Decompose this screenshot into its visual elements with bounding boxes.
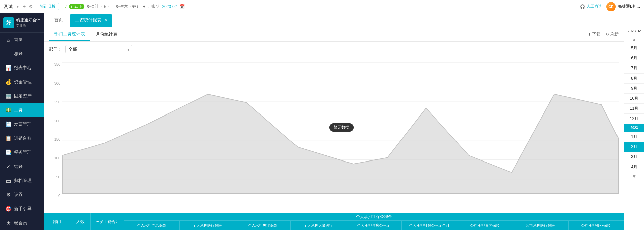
sidebar-label-invoice: 发票管理 [14,121,32,127]
chart-svg-wrapper: 暂无数据 [62,62,619,198]
tab-home[interactable]: 首页 [49,14,68,27]
y-axis: 350 300 250 200 150 100 50 0 [49,62,62,198]
ledger-icon: ≡ [5,51,11,57]
sidebar-item-fixed-assets[interactable]: 🏢 固定资产 [0,89,44,103]
filter-label: 部门： [49,46,62,52]
sidebar-item-tax[interactable]: 📑 税务管理 [0,145,44,159]
sub-col-0: 个人承担养老保险 [124,221,180,230]
sidebar-label-payroll: 工资 [14,107,23,113]
y-label-100: 100 [54,156,60,160]
date-month-2[interactable]: 2月 [624,142,644,152]
header-right: 🎧 人工咨询 CE 畅捷通B担... [580,2,640,11]
table-col-total-salary: 应发工资合计 [91,213,124,230]
header-dropdown-icon[interactable]: ▾ [17,4,19,9]
old-version-button[interactable]: 切到旧版 [36,3,59,10]
y-label-150: 150 [54,137,60,141]
chart-area: 350 300 250 200 150 100 50 0 [44,57,624,213]
date-month-9[interactable]: 9月 [624,84,644,94]
sub-tab-dept[interactable]: 部门工资统计表 [49,28,90,41]
sidebar-label-home: 首页 [14,37,23,43]
sidebar-item-member[interactable]: ★ 畅会员 [0,216,44,230]
sub-tab-monthly[interactable]: 月份统计表 [90,28,123,41]
table-col-count: 人数 [70,213,91,230]
group-col-personal: 个人承担社保公积金 个人承担养老保险 个人承担医疗保险 个人承担失业保险 个人承… [124,213,624,230]
sidebar-item-archive[interactable]: 🗃 归档管理 [0,174,44,188]
sidebar-item-settings[interactable]: ⚙ 设置 [0,188,44,202]
sidebar-item-guide[interactable]: 🎯 新手引导 [0,202,44,216]
sub-col-5: 个人承担社保公积金合计 [402,221,458,230]
sidebar-label-guide: 新手引导 [14,206,32,212]
tab-payroll-report[interactable]: 工资统计报表 × [70,14,112,27]
top-header: 测试 ▾ + ⚙ 切到旧版 ✓ 已认证 好会计（专） +好生意（标） +... … [0,0,644,13]
sidebar-item-trade[interactable]: 📋 进销台账 [0,131,44,145]
header-settings-icon[interactable]: ⚙ [29,4,33,9]
calendar-icon[interactable]: 📅 [179,4,185,9]
sidebar-item-ledger[interactable]: ≡ 总账 [0,47,44,61]
headset-icon: 🎧 [580,4,585,9]
sidebar-item-invoice[interactable]: 🧾 发票管理 [0,117,44,131]
sidebar-item-payroll[interactable]: 💵 工资 [0,103,44,117]
table-col-dept: 部门 [44,213,70,230]
date-month-6[interactable]: 6月 [624,53,644,63]
chart-area-path [62,94,619,193]
date-sidebar: 2023.02 ▲ 5月 6月 7月 8月 9月 10月 11月 12月 202… [624,27,644,230]
sidebar-label-tax: 税务管理 [14,149,32,155]
guide-icon: 🎯 [5,206,11,212]
sidebar-item-reports[interactable]: 📊 报表中心 [0,61,44,75]
group-subs: 个人承担养老保险 个人承担医疗保险 个人承担失业保险 个人承担大额医疗 个人承担… [124,221,624,230]
y-label-250: 250 [54,100,60,104]
chart-container: 350 300 250 200 150 100 50 0 [49,62,619,208]
user-area[interactable]: CE 畅捷通B担... [606,2,640,11]
certified-icon: ✓ [64,4,68,9]
sidebar-item-closing[interactable]: ✓ 结账 [0,159,44,174]
y-label-0: 0 [58,194,60,198]
sidebar-item-home[interactable]: ⌂ 首页 [0,33,44,47]
tax-icon: 📑 [5,149,11,155]
refresh-icon: ↻ [606,32,609,37]
sidebar-item-funds[interactable]: 💰 资金管理 [0,75,44,89]
sub-col-7: 公司承担医疗保险 [513,221,569,230]
sub-col-1: 个人承担医疗保险 [180,221,235,230]
tab-close-icon[interactable]: × [105,17,107,22]
sub-col-6: 公司承担养老保险 [457,221,513,230]
member-icon: ★ [5,220,11,226]
status-badge: 已认证 [69,4,84,9]
period-value[interactable]: 2023-02 [162,4,177,9]
date-month-7[interactable]: 7月 [624,63,644,74]
avatar: CE [606,2,616,11]
date-nav-up[interactable]: ▲ [624,35,644,43]
date-month-3[interactable]: 3月 [624,152,644,162]
sub-col-8: 公司承担失业保险 [569,221,624,230]
date-month-1[interactable]: 1月 [624,132,644,142]
sidebar-label-closing: 结账 [14,164,23,170]
date-month-10[interactable]: 10月 [624,94,644,104]
date-month-11[interactable]: 11月 [624,104,644,114]
header-add-icon[interactable]: + [23,4,26,10]
date-month-5[interactable]: 5月 [624,43,644,53]
sub-tab-bar: 部门工资统计表 月份统计表 ⬇ 下载 ↻ 刷新 [44,27,624,42]
sidebar-label-funds: 资金管理 [14,79,32,85]
refresh-button[interactable]: ↻ 刷新 [606,31,619,37]
tag1: 好会计（专） [87,4,111,9]
home-icon: ⌂ [5,37,11,43]
date-nav-down[interactable]: ▼ [624,172,644,180]
closing-icon: ✓ [5,164,11,170]
trade-icon: 📋 [5,135,11,141]
dept-filter-select[interactable]: 全部 部门一 部门二 [65,45,132,53]
archive-icon: 🗃 [5,178,11,184]
date-sidebar-header: 2023.02 [624,27,644,35]
reports-icon: 📊 [5,65,11,71]
download-button[interactable]: ⬇ 下载 [588,31,600,37]
date-month-4[interactable]: 4月 [624,162,644,172]
sidebar-logo: 好 畅捷通好会计 专业版 [0,13,44,33]
sub-col-3: 个人承担大额医疗 [291,221,346,230]
date-month-12[interactable]: 12月 [624,114,644,124]
sidebar-label-fixed-assets: 固定资产 [14,93,32,99]
invoice-icon: 🧾 [5,121,11,127]
sidebar-label-trade: 进销台账 [14,135,32,141]
date-month-8[interactable]: 8月 [624,74,644,84]
service-button[interactable]: 🎧 人工咨询 [580,4,602,9]
sidebar-label-reports: 报表中心 [14,65,32,71]
y-label-200: 200 [54,119,60,123]
user-name: 畅捷通B担... [618,4,640,9]
